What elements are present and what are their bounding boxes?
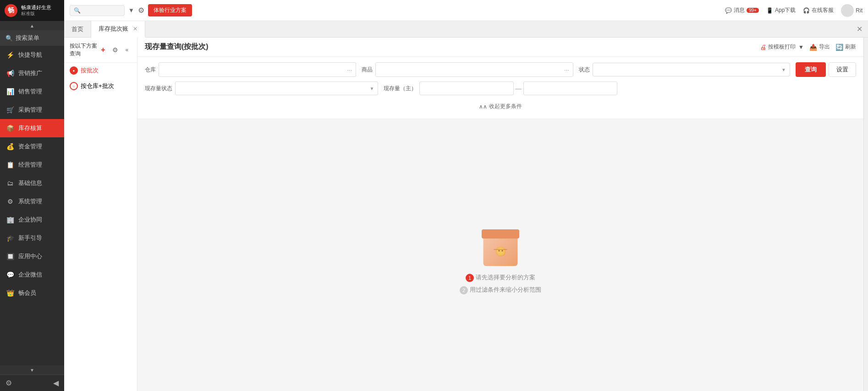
- sidebar-item-label: 企业微信: [18, 271, 42, 279]
- topbar-gear-icon[interactable]: ⚙: [138, 6, 144, 15]
- goods-input[interactable]: [376, 63, 560, 76]
- goods-more-icon[interactable]: ···: [560, 66, 573, 73]
- scheme-item-by-warehouse-batch[interactable]: ○ 按仓库+批次: [64, 78, 137, 94]
- refresh-btn[interactable]: 🔄 刷新: [835, 43, 856, 51]
- sidebar-item-inventory[interactable]: 📦 库存核算: [0, 119, 64, 137]
- topbar-dropdown-icon[interactable]: ▼: [128, 7, 134, 14]
- sidebar-item-shortcut[interactable]: ⚡ 快捷导航: [0, 46, 64, 64]
- hint-text-1: 请先选择要分析的方案: [476, 273, 535, 282]
- topbar-search-box[interactable]: 🔍: [70, 5, 125, 16]
- print-dropdown-icon[interactable]: ▼: [798, 44, 804, 50]
- scheme-settings-icon[interactable]: ⚙: [110, 45, 120, 54]
- page-title: 现存量查询(按批次): [145, 42, 209, 52]
- query-btn[interactable]: 查询: [796, 62, 826, 77]
- warehouse-input-wrapper[interactable]: ···: [159, 62, 356, 77]
- user-item[interactable]: Rit: [841, 4, 863, 17]
- page-content: 按以下方案查询 + ⚙ « ● 按批次 ○ 按仓库+批次 现存量查询(按批次): [64, 38, 868, 391]
- topbar-right: 💬 消息 99+ 📱 App下载 🎧 在线客服 Rit: [725, 4, 863, 17]
- sidebar-scroll-up[interactable]: ▲: [0, 21, 64, 30]
- sidebar-settings-icon[interactable]: ⚙: [5, 379, 12, 387]
- scheme-collapse-icon[interactable]: «: [122, 45, 132, 54]
- sidebar-search[interactable]: 🔍 搜索菜单: [0, 30, 64, 46]
- print-btn[interactable]: 🖨 按模板打印 ▼: [760, 43, 804, 51]
- stock-status-label: 现存量状态: [145, 85, 172, 92]
- stock-amount-dash: —: [516, 85, 522, 92]
- sidebar-collapse-icon[interactable]: ◀: [53, 379, 59, 387]
- stock-amount-max-input[interactable]: [523, 81, 617, 95]
- online-service-item[interactable]: 🎧 在线客服: [803, 6, 834, 14]
- settings-btn[interactable]: 设置: [829, 62, 856, 77]
- sidebar-item-guide[interactable]: 🎓 新手引导: [0, 229, 64, 247]
- tabs-close-all-btn[interactable]: ✕: [851, 25, 868, 33]
- stock-status-dropdown-icon: ▼: [369, 86, 374, 91]
- left-panel-title: 按以下方案查询: [70, 42, 99, 58]
- refresh-icon: 🔄: [835, 43, 843, 51]
- sidebar-item-sales[interactable]: 📊 销售管理: [0, 82, 64, 101]
- message-icon: 💬: [725, 7, 732, 14]
- sidebar-item-operation[interactable]: 📋 经营管理: [0, 156, 64, 174]
- goods-input-wrapper[interactable]: ···: [375, 62, 573, 77]
- scheme-label: 按批次: [81, 66, 99, 75]
- scheme-item-by-batch[interactable]: ● 按批次: [64, 63, 137, 78]
- app-download-item[interactable]: 📱 App下载: [766, 6, 796, 14]
- app-subtitle: 标准版: [21, 11, 51, 17]
- sidebar-item-label: 应用中心: [18, 252, 42, 261]
- empty-box-line1: [494, 249, 507, 250]
- collapse-row[interactable]: ∧∧ 收起更多条件: [145, 100, 856, 113]
- headset-icon: 🎧: [803, 7, 810, 14]
- sidebar-item-basic[interactable]: 🗂 基础信息: [0, 174, 64, 192]
- goods-label: 商品: [362, 66, 373, 74]
- right-scrollbar: [863, 38, 868, 391]
- sidebar: 畅 畅康通好生意 标准版 ▲ 🔍 搜索菜单 ⚡ 快捷导航 📢 营销推广 📊 销售…: [0, 0, 64, 391]
- status-select-wrapper[interactable]: ▼: [593, 63, 790, 76]
- message-item[interactable]: 💬 消息 99+: [725, 6, 759, 14]
- hint-num-1: 1: [466, 274, 474, 282]
- stock-amount-min-input[interactable]: [419, 81, 513, 95]
- page-header: 现存量查询(按批次) 🖨 按模板打印 ▼ 📤 导出 🔄 刷新: [137, 38, 863, 57]
- stock-amount-field: 现存量（主） —: [384, 81, 617, 95]
- add-scheme-btn[interactable]: +: [99, 45, 108, 54]
- sidebar-item-label: 采购管理: [18, 106, 42, 114]
- sidebar-item-corp[interactable]: 🏢 企业协同: [0, 211, 64, 229]
- export-icon: 📤: [809, 43, 817, 51]
- sidebar-item-finance[interactable]: 💰 资金管理: [0, 137, 64, 156]
- sidebar-item-label: 营销推广: [18, 69, 42, 77]
- export-btn[interactable]: 📤 导出: [809, 43, 830, 51]
- member-icon: 👑: [5, 288, 15, 298]
- sidebar-item-label: 库存核算: [18, 124, 42, 132]
- scheme-radio-active: ●: [70, 66, 78, 75]
- goods-field: 商品 ···: [362, 62, 573, 77]
- system-icon: ⚙: [5, 197, 15, 206]
- app-title: 畅康通好生意: [21, 4, 51, 11]
- sidebar-scroll-down[interactable]: ▼: [0, 365, 64, 375]
- app-logo: 畅: [5, 4, 17, 17]
- experience-btn[interactable]: 体验行业方案: [148, 4, 192, 16]
- status-label: 状态: [579, 66, 590, 74]
- sidebar-item-system[interactable]: ⚙ 系统管理: [0, 192, 64, 211]
- sidebar-header: 畅 畅康通好生意 标准版: [0, 0, 64, 21]
- shortcut-icon: ⚡: [5, 50, 15, 60]
- stock-status-select-wrapper[interactable]: ▼: [175, 81, 378, 95]
- warehouse-input[interactable]: [159, 63, 343, 76]
- sidebar-item-label: 新手引导: [18, 234, 42, 242]
- search-icon: 🔍: [5, 35, 13, 42]
- sidebar-item-apps[interactable]: 🔲 应用中心: [0, 247, 64, 266]
- empty-hint-1: 1 请先选择要分析的方案: [466, 273, 535, 282]
- purchase-icon: 🛒: [5, 105, 15, 114]
- avatar: [841, 4, 854, 17]
- tab-home[interactable]: 首页: [64, 21, 91, 38]
- right-panel: 现存量查询(按批次) 🖨 按模板打印 ▼ 📤 导出 🔄 刷新: [137, 38, 863, 391]
- sidebar-item-marketing[interactable]: 📢 营销推广: [0, 64, 64, 82]
- sidebar-item-member[interactable]: 👑 畅会员: [0, 284, 64, 302]
- finance-icon: 💰: [5, 142, 15, 151]
- sidebar-item-label: 经营管理: [18, 161, 42, 169]
- warehouse-more-icon[interactable]: ···: [343, 66, 356, 73]
- sidebar-item-wechat[interactable]: 💬 企业微信: [0, 266, 64, 284]
- sidebar-item-purchase[interactable]: 🛒 采购管理: [0, 101, 64, 119]
- print-label: 按模板打印: [768, 43, 796, 51]
- left-panel: 按以下方案查询 + ⚙ « ● 按批次 ○ 按仓库+批次: [64, 38, 137, 391]
- status-field: 状态 ▼: [579, 63, 790, 76]
- tab-close-icon[interactable]: ✕: [133, 26, 137, 32]
- tab-inventory-batch[interactable]: 库存批次账 ✕: [91, 21, 145, 38]
- print-icon: 🖨: [760, 43, 766, 51]
